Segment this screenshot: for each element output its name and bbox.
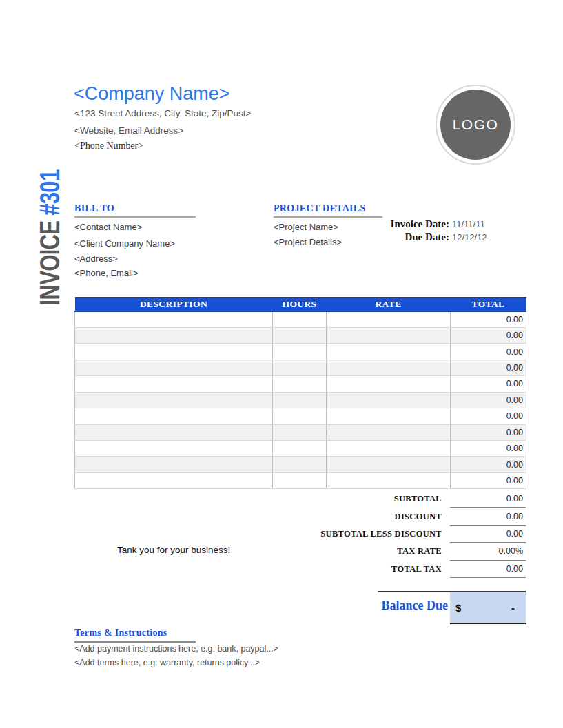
bill-to-client-company[interactable]: <Client Company Name> (74, 238, 175, 249)
invoice-date-value[interactable]: 11/11/11 (452, 219, 485, 229)
logo-placeholder[interactable]: LOGO (440, 90, 511, 160)
bill-to-contact-name[interactable]: <Contact Name> (74, 222, 142, 232)
table-row: 0.00 (75, 327, 526, 343)
rate-cell[interactable] (327, 424, 451, 440)
total-cell: 0.00 (451, 408, 526, 424)
hours-cell[interactable] (273, 457, 327, 472)
rate-cell[interactable] (327, 344, 451, 360)
balance-due-bottom-rule (450, 623, 526, 624)
discount-label: DISCOUNT (74, 512, 450, 522)
table-header-row: DESCRIPTION HOURS RATE TOTAL (75, 298, 526, 311)
logo-text: LOGO (453, 116, 499, 133)
table-row: 0.00 (75, 311, 526, 327)
rate-cell[interactable] (327, 441, 451, 457)
hours-cell[interactable] (273, 327, 327, 343)
invoice-word: INVOICE (34, 216, 65, 306)
description-cell[interactable] (75, 376, 273, 392)
due-date-row: Due Date: 12/12/12 (317, 231, 496, 245)
total-cell: 0.00 (451, 441, 526, 457)
rate-cell[interactable] (327, 457, 451, 472)
total-cell: 0.00 (451, 457, 526, 472)
total-cell: 0.00 (451, 344, 526, 360)
description-cell[interactable] (75, 327, 273, 343)
summary-block: SUBTOTAL 0.00 DISCOUNT 0.00 SUBTOTAL LES… (74, 490, 526, 578)
bill-to-divider (74, 216, 196, 218)
company-website-email[interactable]: <Website, Email Address> (74, 125, 183, 136)
description-cell[interactable] (75, 472, 273, 488)
col-header-description: DESCRIPTION (75, 298, 273, 311)
terms-title: Terms & Instructions (74, 627, 196, 643)
bill-to-address[interactable]: <Address> (74, 253, 118, 264)
col-header-rate: RATE (327, 298, 451, 311)
description-cell[interactable] (75, 360, 273, 375)
hours-cell[interactable] (273, 344, 327, 360)
col-header-hours: HOURS (273, 298, 327, 311)
hours-cell[interactable] (273, 441, 327, 457)
terms-policy[interactable]: <Add terms here, e.g: warranty, returns … (74, 658, 260, 667)
discount-value[interactable]: 0.00 (450, 508, 526, 525)
company-address[interactable]: <123 Street Address, City, State, Zip/Po… (74, 108, 251, 118)
rate-cell[interactable] (327, 376, 451, 392)
bill-to-phone-email[interactable]: <Phone, Email> (74, 268, 139, 278)
total-cell: 0.00 (451, 360, 526, 375)
total-tax-value: 0.00 (450, 561, 526, 578)
rate-cell[interactable] (327, 311, 451, 327)
hours-cell[interactable] (273, 311, 327, 327)
due-date-value[interactable]: 12/12/12 (452, 232, 487, 242)
description-cell[interactable] (75, 457, 273, 472)
terms-payment-instructions[interactable]: <Add payment instructions here, e.g: ban… (74, 644, 278, 654)
total-cell: 0.00 (451, 376, 526, 392)
description-cell[interactable] (75, 408, 273, 424)
company-name[interactable]: <Company Name> (74, 83, 230, 105)
col-header-total: TOTAL (451, 298, 526, 311)
line-items-table: DESCRIPTION HOURS RATE TOTAL 0.00 0.00 0… (74, 297, 526, 489)
hours-cell[interactable] (273, 360, 327, 375)
bill-to-title: BILL TO (74, 203, 114, 214)
table-row: 0.00 (75, 344, 526, 360)
hours-cell[interactable] (273, 392, 327, 408)
subtotal-less-discount-value: 0.00 (450, 526, 526, 543)
description-cell[interactable] (75, 424, 273, 440)
rate-cell[interactable] (327, 392, 451, 408)
subtotal-value: 0.00 (450, 490, 526, 508)
description-cell[interactable] (75, 344, 273, 360)
table-row: 0.00 (75, 424, 526, 440)
balance-due-amount: - (511, 602, 515, 614)
table-row: 0.00 (75, 360, 526, 375)
balance-due-box: $ - (450, 592, 526, 623)
hours-cell[interactable] (273, 408, 327, 424)
tax-rate-value[interactable]: 0.00% (450, 543, 526, 560)
currency-symbol: $ (455, 602, 461, 614)
thank-you-message: Tank you for your business! (117, 545, 230, 555)
total-cell: 0.00 (451, 424, 526, 440)
invoice-page: <Company Name> <123 Street Address, City… (0, 0, 563, 728)
total-tax-label: TOTAL TAX (74, 564, 450, 574)
company-phone[interactable]: <Phone Number> (74, 141, 143, 152)
hours-cell[interactable] (273, 376, 327, 392)
rate-cell[interactable] (327, 360, 451, 375)
description-cell[interactable] (75, 441, 273, 457)
hours-cell[interactable] (273, 472, 327, 488)
total-cell: 0.00 (451, 327, 526, 343)
summary-row-subtotal: SUBTOTAL 0.00 (74, 490, 526, 508)
project-details-title: PROJECT DETAILS (274, 203, 366, 214)
table-row: 0.00 (75, 441, 526, 457)
total-cell: 0.00 (451, 392, 526, 408)
description-cell[interactable] (75, 311, 273, 327)
rate-cell[interactable] (327, 472, 451, 488)
total-cell: 0.00 (451, 311, 526, 327)
table-row: 0.00 (75, 472, 526, 488)
hours-cell[interactable] (273, 424, 327, 440)
summary-row-subtotal-less-discount: SUBTOTAL LESS DISCOUNT 0.00 (74, 526, 526, 543)
dates-block: Invoice Date: 11/11/11 Due Date: 12/12/1… (317, 218, 496, 245)
table-row: 0.00 (75, 408, 526, 424)
rate-cell[interactable] (327, 408, 451, 424)
invoice-date-label: Invoice Date: (317, 218, 449, 230)
summary-row-discount: DISCOUNT 0.00 (74, 508, 526, 525)
rate-cell[interactable] (327, 327, 451, 343)
table-row: 0.00 (75, 457, 526, 472)
subtotal-label: SUBTOTAL (74, 494, 450, 504)
description-cell[interactable] (75, 392, 273, 408)
invoice-banner: INVOICE #301 (34, 138, 65, 337)
invoice-number: #301 (34, 170, 65, 216)
